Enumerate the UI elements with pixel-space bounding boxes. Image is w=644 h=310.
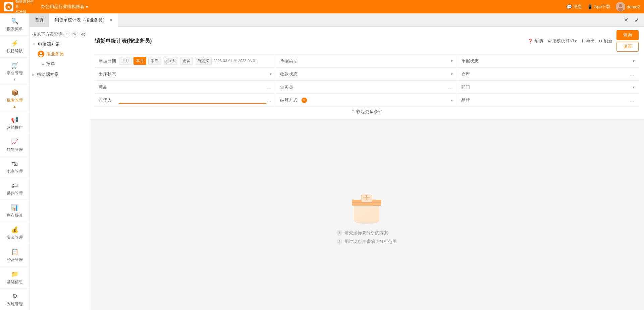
edit-icon: ✎ xyxy=(73,32,77,37)
finance-icon: 💰 xyxy=(11,226,18,234)
sidebar-item-search[interactable]: 🔍 搜索菜单 xyxy=(0,13,29,36)
out-status-filter-cell: 出库状态 ▾ xyxy=(95,68,276,81)
scheme-item-salesman[interactable]: 按业务员 xyxy=(30,49,89,59)
message-icon: 💬 xyxy=(567,4,572,9)
svg-text:好: 好 xyxy=(7,5,11,9)
doc-status-label: 单据状态 xyxy=(461,58,481,64)
brand-label: 品牌 xyxy=(461,97,481,103)
app-download-btn[interactable]: 📱 App下载 xyxy=(587,4,610,10)
svg-point-4 xyxy=(618,8,623,11)
tab-active[interactable]: 销货单统计表（按业务员） × xyxy=(49,13,118,27)
brand-dots[interactable]: … xyxy=(629,97,635,103)
date-this-month-btn[interactable]: 本月 xyxy=(133,57,146,65)
sidebar-item-purchase[interactable]: 🏷 采购管理 xyxy=(0,178,29,200)
main-layout: 🔍 搜索菜单 ⚡ 快捷导航 🛒 零售管理 ▼ 📦 批发管理 ▲ 📢 营销推广 xyxy=(0,13,644,310)
help-btn[interactable]: ❓ 帮助 xyxy=(528,38,543,44)
sidebar-item-retail[interactable]: 🛒 零售管理 ▼ xyxy=(0,58,29,85)
date-last-month-btn[interactable]: 上月 xyxy=(119,57,131,65)
app-title-dropdown[interactable]: 办公用品行业模拟账套 ▾ xyxy=(41,4,88,10)
sidebar-item-label: 库存核算 xyxy=(7,213,23,218)
goods-label: 商品 xyxy=(99,84,119,90)
order-icon: ≡ xyxy=(42,61,44,66)
sidebar-item-operations[interactable]: 📋 经营管理 xyxy=(0,244,29,266)
sidebar-item-sales[interactable]: 📈 销售管理 xyxy=(0,134,29,156)
pay-status-select[interactable]: ▾ xyxy=(300,72,453,76)
date-this-year-btn[interactable]: 本年 xyxy=(148,57,161,65)
doc-type-label: 单据类型 xyxy=(280,58,300,64)
settlement-tag-close[interactable]: × xyxy=(302,98,307,103)
date-label: 单据日期 xyxy=(99,58,119,64)
salesman-label: 业务员 xyxy=(280,84,300,90)
date-7days-btn[interactable]: 近7天 xyxy=(163,57,178,65)
scheme-collapse-btn[interactable]: ≪ xyxy=(79,31,86,38)
sidebar-item-ecommerce[interactable]: 🛍 电商管理 xyxy=(0,156,29,178)
settlement-filter-cell: 结算方式 × ▾ xyxy=(276,94,458,107)
consignee-input[interactable] xyxy=(119,97,266,104)
out-status-select[interactable]: ▾ xyxy=(119,72,272,76)
refresh-btn[interactable]: ↺ 刷新 xyxy=(599,38,612,44)
export-btn[interactable]: ⬇ 导出 xyxy=(581,38,595,44)
hint-text-2: 用过滤条件来缩小分析范围 xyxy=(344,239,397,245)
close-window-btn[interactable]: ✕ xyxy=(621,15,631,25)
dept-filter-cell: 部门 ▾ xyxy=(457,81,639,94)
settings-button[interactable]: 设置 xyxy=(616,42,639,52)
tab-home[interactable]: 首页 xyxy=(30,13,49,27)
sidebar-item-marketing[interactable]: 📢 营销推广 xyxy=(0,112,29,134)
top-bar: 好 畅捷通好生意 标准版 办公用品行业模拟账套 ▾ 💬 消息 📱 App下载 xyxy=(0,0,644,13)
help-label: 帮助 xyxy=(534,38,543,44)
salesman-scheme-icon xyxy=(38,51,44,57)
sidebar-item-label: 销售管理 xyxy=(7,147,23,153)
dept-chevron: ▾ xyxy=(633,85,635,90)
print-label: 按模板打印 xyxy=(552,38,574,44)
doc-type-select[interactable]: ▾ xyxy=(300,59,453,63)
salesman-dots[interactable]: … xyxy=(447,84,453,90)
sidebar-item-quick[interactable]: ⚡ 快捷导航 xyxy=(0,36,29,58)
app-download-label: App下载 xyxy=(594,4,610,10)
collapse-row[interactable]: ⌃ 收起更多条件 xyxy=(95,107,639,117)
query-button[interactable]: 查询 xyxy=(616,30,639,40)
sidebar-item-inventory[interactable]: 📊 库存核算 xyxy=(0,200,29,222)
purchase-icon: 🏷 xyxy=(12,182,18,189)
doc-status-select[interactable]: ▾ xyxy=(481,59,635,63)
scheme-pc-header[interactable]: ▼ 电脑端方案 xyxy=(30,40,89,49)
hint-num-1: 1 xyxy=(336,230,342,236)
system-icon: ⚙ xyxy=(12,293,17,300)
settlement-select[interactable]: × ▾ xyxy=(300,98,453,103)
date-filter-cell: 单据日期 上月 本月 本年 近7天 更多 自定义 2023-03-01 至 20… xyxy=(95,55,276,67)
warehouse-dots[interactable]: … xyxy=(629,71,635,77)
sidebar-item-wholesale[interactable]: 📦 批发管理 ▲ xyxy=(0,85,29,112)
sidebar-item-base[interactable]: 📁 基础信息 xyxy=(0,266,29,289)
sidebar-item-label: 批发管理 xyxy=(7,98,23,103)
tab-close-btn[interactable]: × xyxy=(110,18,112,22)
export-label: 导出 xyxy=(586,38,595,44)
empty-state: 1 请先选择要分析的方案 2 用过滤条件来缩小分析范围 xyxy=(89,120,644,310)
scheme-edit-btn[interactable]: ✎ xyxy=(71,31,78,38)
scheme-mobile-header[interactable]: ▶ 移动端方案 xyxy=(30,70,89,79)
help-icon: ❓ xyxy=(528,39,533,44)
message-btn[interactable]: 💬 消息 xyxy=(567,4,582,10)
empty-illustration xyxy=(346,186,387,226)
scheme-add-btn[interactable]: + xyxy=(63,31,70,38)
print-dropdown-icon: ▾ xyxy=(575,39,577,44)
date-more-btn[interactable]: 更多 xyxy=(180,57,193,65)
date-custom-btn[interactable]: 自定义 xyxy=(195,57,212,65)
user-menu[interactable]: demo2 xyxy=(616,2,640,11)
sidebar-item-label: 系统管理 xyxy=(7,301,23,307)
salesman-scheme-label: 按业务员 xyxy=(46,51,64,57)
empty-icon-svg xyxy=(346,186,387,226)
sidebar-item-finance[interactable]: 💰 资金管理 xyxy=(0,222,29,244)
settlement-chevron: ▾ xyxy=(451,98,453,103)
dept-select[interactable]: ▾ xyxy=(481,85,635,90)
maximize-window-btn[interactable]: ⤢ xyxy=(632,15,641,25)
consignee-dots[interactable]: … xyxy=(266,97,272,103)
content-area: 首页 销货单统计表（按业务员） × ✕ ⤢ 按以下方案查询 xyxy=(30,13,644,310)
print-btn[interactable]: 🖨 按模板打印 ▾ xyxy=(547,38,577,44)
form-actions: ❓ 帮助 🖨 按模板打印 ▾ ⬇ 导出 xyxy=(528,30,639,52)
goods-dots[interactable]: … xyxy=(266,84,272,90)
expand-icon: ▲ xyxy=(13,105,16,108)
scheme-sub-item-order[interactable]: ≡ 按单 xyxy=(30,59,89,68)
sidebar-item-system[interactable]: ⚙ 系统管理 xyxy=(0,289,29,310)
top-bar-right: 💬 消息 📱 App下载 demo2 xyxy=(567,2,640,11)
pc-group-label: 电脑端方案 xyxy=(38,41,60,47)
consignee-label: 收货人 xyxy=(99,97,119,103)
